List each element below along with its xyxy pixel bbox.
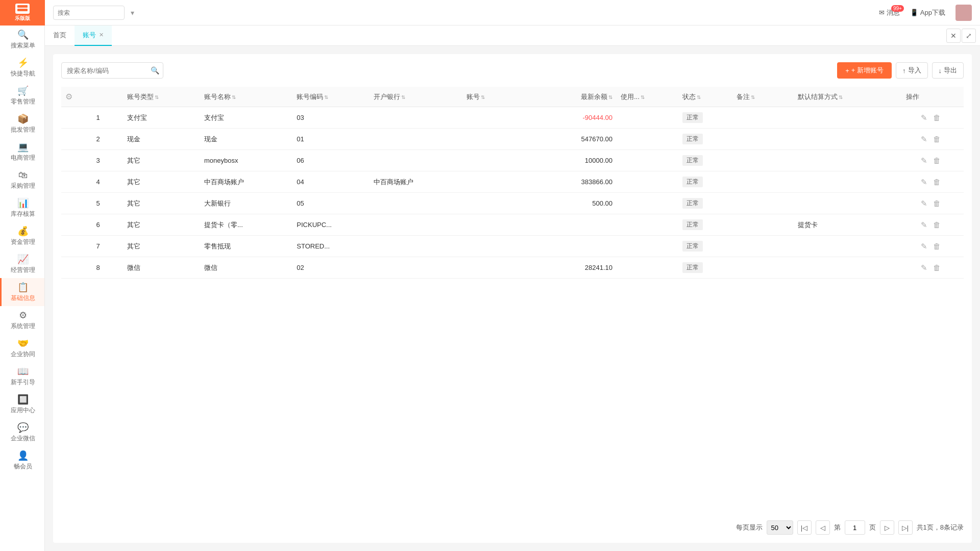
toolbar-right: + + 新增账号 ↑ 导入 ↓ 导出 [837, 62, 964, 79]
edit-icon[interactable]: ✎ [921, 199, 927, 208]
edit-icon[interactable]: ✎ [921, 263, 927, 272]
sidebar-item-label: 采购管理 [11, 182, 35, 190]
sidebar-item-label: 企业微信 [11, 434, 35, 443]
sidebar-item-finance[interactable]: 💰 资金管理 [0, 222, 44, 250]
row-settings [61, 214, 92, 236]
edit-icon[interactable]: ✎ [921, 113, 927, 122]
col-name[interactable]: 账号名称⇅ [200, 87, 292, 107]
sidebar-item-search-menu[interactable]: 🔍 搜索菜单 [0, 26, 44, 54]
delete-icon[interactable]: 🗑 [933, 242, 941, 251]
page-size-label: 每页显示 [736, 523, 763, 532]
col-default[interactable]: 默认结算方式⇅ [794, 87, 902, 107]
sidebar-item-label: 资金管理 [11, 238, 35, 246]
sidebar-item-system[interactable]: ⚙ 系统管理 [0, 306, 44, 334]
delete-icon[interactable]: 🗑 [933, 156, 941, 165]
sidebar-item-ecommerce[interactable]: 💻 电商管理 [0, 138, 44, 166]
row-code: PICKUPC... [292, 214, 370, 236]
dropdown-arrow-icon[interactable]: ▾ [131, 9, 134, 17]
search-icon[interactable]: 🔍 [151, 66, 159, 74]
import-button[interactable]: ↑ 导入 [896, 62, 928, 79]
search-input[interactable] [61, 62, 163, 79]
sidebar-item-agreement[interactable]: 🤝 企业协同 [0, 334, 44, 362]
tab-close-btn[interactable]: ✕ [946, 29, 961, 43]
sidebar-item-retail[interactable]: 🛒 零售管理 [0, 82, 44, 110]
row-actions: ✎ 🗑 [902, 236, 964, 257]
sidebar-item-quick-nav[interactable]: ⚡ 快捷导航 [0, 54, 44, 82]
sidebar-item-wholesale[interactable]: 📦 批发管理 [0, 110, 44, 138]
col-settings[interactable]: ⚙ [61, 87, 92, 107]
row-default [794, 107, 902, 129]
col-balance[interactable]: 最新余额⇅ [540, 87, 617, 107]
sidebar-item-operations[interactable]: 📈 经营管理 [0, 250, 44, 278]
delete-icon[interactable]: 🗑 [933, 220, 941, 229]
edit-icon[interactable]: ✎ [921, 242, 927, 251]
delete-icon[interactable]: 🗑 [933, 199, 941, 208]
message-button[interactable]: ✉ 消息 99+ [879, 8, 900, 17]
row-num: 8 [92, 257, 122, 279]
tab-expand-btn[interactable]: ⤢ [962, 29, 976, 43]
sidebar-item-inventory[interactable]: 📊 库存核算 [0, 194, 44, 222]
export-button[interactable]: ↓ 导出 [932, 62, 964, 79]
sidebar-item-label: 新手引导 [11, 378, 35, 387]
col-bank[interactable]: 开户银行⇅ [370, 87, 462, 107]
table-row: 2 现金 现金 01 547670.00 正常 ✎ 🗑 [61, 129, 964, 150]
delete-icon[interactable]: 🗑 [933, 113, 941, 122]
edit-icon[interactable]: ✎ [921, 178, 927, 186]
row-num: 5 [92, 193, 122, 214]
tab-account-label: 账号 [83, 31, 96, 40]
edit-icon[interactable]: ✎ [921, 156, 927, 165]
quick-nav-icon: ⚡ [17, 57, 29, 68]
tab-home[interactable]: 首页 [45, 26, 75, 46]
search-wrap: 🔍 [61, 62, 163, 79]
avatar[interactable] [955, 5, 972, 21]
sidebar-item-guide[interactable]: 📖 新手引导 [0, 362, 44, 390]
row-name: 大新银行 [200, 193, 292, 214]
add-icon: + [845, 67, 849, 74]
tab-account[interactable]: 账号 ✕ [75, 26, 112, 46]
status-badge: 正常 [682, 219, 703, 230]
content-card: 🔍 + + 新增账号 ↑ 导入 ↓ 导出 [53, 54, 972, 543]
message-badge: 99+ [891, 5, 904, 12]
next-page-btn[interactable]: ▷ [880, 520, 894, 535]
delete-icon[interactable]: 🗑 [933, 135, 941, 143]
delete-icon[interactable]: 🗑 [933, 263, 941, 272]
sidebar-item-member[interactable]: 👤 畅会员 [0, 446, 44, 474]
tab-account-close[interactable]: ✕ [99, 32, 104, 38]
row-status: 正常 [678, 129, 732, 150]
sort-code-icon: ⇅ [324, 94, 328, 100]
add-label: + 新增账号 [851, 66, 884, 75]
delete-icon[interactable]: 🗑 [933, 178, 941, 186]
app-download-button[interactable]: 📱 App下载 [910, 8, 945, 17]
member-icon: 👤 [17, 450, 29, 461]
table-row: 3 其它 moneybosx 06 10000.00 正常 ✎ 🗑 [61, 150, 964, 171]
col-use[interactable]: 使用...⇅ [617, 87, 678, 107]
row-account [462, 129, 540, 150]
last-page-btn[interactable]: ▷| [898, 520, 913, 535]
settings-icon[interactable]: ⚙ [65, 92, 72, 101]
import-label: 导入 [908, 66, 921, 75]
col-code[interactable]: 账号编码⇅ [292, 87, 370, 107]
page-input[interactable] [845, 520, 865, 535]
col-type[interactable]: 账号类型⇅ [123, 87, 200, 107]
top-search-input[interactable] [53, 6, 125, 20]
sidebar-item-label: 畅会员 [14, 462, 32, 471]
col-status[interactable]: 状态⇅ [678, 87, 732, 107]
first-page-btn[interactable]: |◁ [797, 520, 812, 535]
col-account[interactable]: 账号⇅ [462, 87, 540, 107]
sidebar-item-purchase[interactable]: 🛍 采购管理 [0, 166, 44, 194]
row-use [617, 107, 678, 129]
sidebar-item-app-center[interactable]: 🔲 应用中心 [0, 390, 44, 418]
sidebar-item-wechat[interactable]: 💬 企业微信 [0, 418, 44, 446]
row-type: 其它 [123, 150, 200, 171]
row-actions: ✎ 🗑 [902, 257, 964, 279]
edit-icon[interactable]: ✎ [921, 135, 927, 143]
row-use [617, 257, 678, 279]
sidebar-item-basic-info[interactable]: 📋 基础信息 [0, 278, 44, 306]
add-account-button[interactable]: + + 新增账号 [837, 62, 892, 79]
status-badge: 正常 [682, 241, 703, 252]
row-settings [61, 257, 92, 279]
page-size-select[interactable]: 50 10 20 100 [767, 520, 793, 535]
prev-page-btn[interactable]: ◁ [816, 520, 830, 535]
edit-icon[interactable]: ✎ [921, 220, 927, 229]
col-remark[interactable]: 备注⇅ [732, 87, 794, 107]
